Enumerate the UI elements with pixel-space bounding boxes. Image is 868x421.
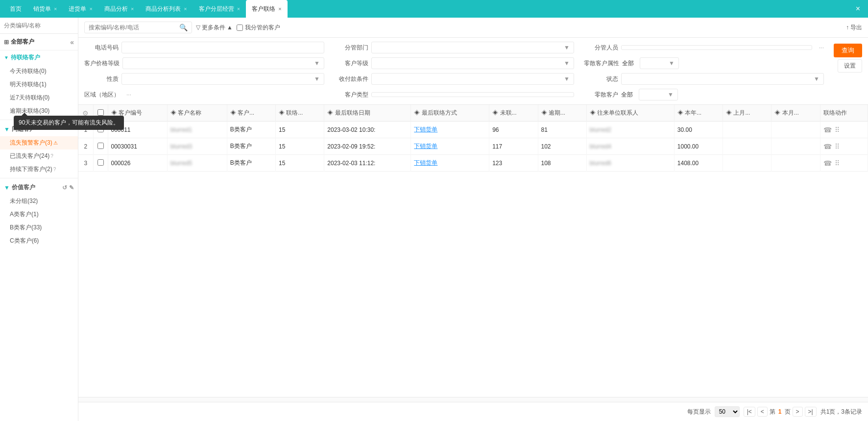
tab-customer-tier[interactable]: 客户分层经营 × (193, 0, 246, 18)
my-customers-checkbox[interactable]: 我分管的客户 (237, 24, 280, 32)
last-page-btn[interactable]: >| (805, 407, 817, 417)
row-contact-person: blurred4 (586, 138, 674, 155)
sidebar-item-churn-warning[interactable]: 流失预警客户(3) ⚠ (0, 136, 78, 149)
sidebar-item-class-b[interactable]: B类客户(33) (0, 221, 78, 234)
grid-icon: ⊞ (4, 39, 9, 46)
sidebar-item-churned[interactable]: 已流失客户(24) ? (0, 149, 78, 163)
row-type: B类客户 (227, 138, 275, 155)
chevron-down-icon2: ▼ (314, 60, 320, 67)
more-conditions-btn[interactable]: ▽ 更多条件 ▲ (196, 24, 233, 32)
horizontal-scrollbar[interactable] (78, 397, 868, 402)
sidebar-item-declining[interactable]: 持续下滑客户(2) ? (0, 163, 78, 176)
gear-icon[interactable]: ⚙ (82, 109, 89, 117)
contact-icon[interactable]: ☎ (823, 159, 832, 167)
my-customers-check[interactable] (237, 25, 243, 31)
contact-icon[interactable]: ☎ (823, 126, 832, 134)
filter-item-dept: 分管部门 ▼ (334, 42, 574, 53)
sidebar-item-week-pending[interactable]: 近7天待联络(0) (0, 91, 78, 104)
th-overdue: ◈ 逾期... (538, 105, 586, 122)
row-checkbox[interactable] (97, 126, 104, 132)
query-button[interactable]: 查询 (834, 44, 862, 57)
chevron-down-icon4: ▼ (669, 60, 675, 67)
filter-panel-outer: 电话号码 分管部门 ▼ 分管人员 (78, 38, 868, 105)
more-actions-icon[interactable]: ⠿ (835, 143, 840, 150)
filter-select-scatter-attr[interactable]: ▼ (640, 57, 679, 69)
row-num: 2 (78, 138, 93, 155)
tab-home[interactable]: 首页 (4, 0, 27, 18)
sidebar-item-class-a[interactable]: A类客户(1) (0, 208, 78, 221)
next-page-btn[interactable]: > (793, 407, 803, 417)
settings-button[interactable]: 设置 (838, 59, 862, 73)
last-method-link[interactable]: 下销货单 (414, 159, 437, 166)
filter-item-payment: 收付款条件 ▼ (334, 73, 574, 85)
contact-icon[interactable]: ☎ (823, 143, 832, 150)
table-footer: 每页显示 50 100 200 |< < 第 1 页 > >| 共1页，3条记录 (78, 402, 868, 421)
page-size-select[interactable]: 50 100 200 (715, 406, 740, 417)
row-last-date: 2023-02-09 19:52: (324, 138, 411, 155)
tab-purchase-close[interactable]: × (89, 6, 92, 12)
tab-customer-contact-close[interactable]: × (278, 6, 281, 12)
tab-customer-contact[interactable]: 客户联络 × (246, 0, 287, 18)
filter-select-status[interactable]: ▼ (621, 73, 824, 85)
sidebar-item-today-pending[interactable]: 今天待联络(0) (0, 65, 78, 78)
window-close-button[interactable]: × (852, 4, 864, 13)
more-actions-icon[interactable]: ⠿ (835, 159, 840, 167)
filter-dots-region[interactable]: ··· (126, 91, 131, 98)
search-input[interactable] (89, 24, 179, 31)
first-page-btn[interactable]: |< (744, 407, 755, 417)
refresh-icon[interactable]: ↺ (62, 184, 67, 191)
export-btn[interactable]: ↑ 导出 (846, 24, 862, 32)
more-actions-icon[interactable]: ⠿ (835, 126, 840, 134)
filter-select-customer-type[interactable] (371, 92, 574, 97)
filter-select-nature[interactable]: ▼ (121, 73, 324, 85)
tab-sales-close[interactable]: × (54, 6, 57, 12)
tab-product-analysis-list-close[interactable]: × (184, 6, 187, 12)
tab-purchase[interactable]: 进货单 × (63, 0, 98, 18)
sidebar-collapse-icon[interactable]: « (70, 38, 74, 46)
filter-label-dept: 分管部门 (334, 44, 368, 52)
tab-product-analysis[interactable]: 商品分析 × (98, 0, 140, 18)
filter-select-dept[interactable]: ▼ (371, 42, 574, 53)
edit-icon[interactable]: ✎ (69, 184, 74, 191)
sidebar-group-pending-contact[interactable]: ▼ 待联络客户 (0, 50, 78, 65)
sidebar-search-input[interactable] (4, 22, 77, 29)
filter-label-payment: 收付款条件 (334, 75, 368, 83)
tab-product-analysis-list[interactable]: 商品分析列表 × (140, 0, 193, 18)
tab-sales[interactable]: 销货单 × (27, 0, 63, 18)
row-check[interactable] (93, 138, 108, 155)
row-check[interactable] (93, 122, 108, 138)
row-last-method: 下销货单 (411, 155, 489, 172)
row-checkbox[interactable] (97, 143, 104, 149)
chevron-down-icon8: ▼ (668, 91, 674, 98)
filter-dots-manager[interactable]: ··· (819, 44, 824, 51)
row-contact-person: blurred2 (586, 122, 674, 138)
filter-select-manager[interactable] (621, 45, 812, 50)
row-check[interactable] (93, 155, 108, 172)
sidebar-item-tomorrow-pending[interactable]: 明天待联络(1) (0, 78, 78, 91)
filter-select-scatter[interactable]: ▼ (639, 89, 678, 100)
select-all-checkbox[interactable] (97, 109, 104, 116)
sidebar-item-overdue[interactable]: 逾期未联络(30) (0, 104, 78, 118)
th-check (93, 105, 108, 122)
row-checkbox[interactable] (97, 159, 104, 166)
arrow-down-icon: ▼ (4, 55, 9, 60)
sidebar-item-class-c[interactable]: C类客户(6) (0, 234, 78, 248)
th-uncontacted: ◈ 未联... (489, 105, 538, 122)
sidebar-item-ungrouped[interactable]: 未分组(32) (0, 195, 78, 208)
last-method-link[interactable]: 下销货单 (414, 143, 437, 149)
row-last-method: 下销货单 (411, 138, 489, 155)
last-method-link[interactable]: 下销货单 (414, 126, 437, 133)
filter-item-manager: 分管人员 ··· (584, 44, 824, 52)
chevron-down-icon: ▼ (564, 44, 570, 51)
filter-select-price-level[interactable]: ▼ (122, 57, 324, 69)
tab-customer-tier-close[interactable]: × (237, 6, 240, 12)
search-icon-btn[interactable]: 🔍 (179, 24, 188, 31)
filter-item-status: 状态 ▼ (584, 73, 824, 85)
prev-page-btn[interactable]: < (757, 407, 768, 417)
total-records: 共1页，3条记录 (820, 408, 862, 416)
tab-product-analysis-close[interactable]: × (131, 6, 134, 12)
filter-select-customer-grade[interactable]: ▼ (371, 57, 574, 69)
filter-select-payment[interactable]: ▼ (371, 73, 574, 85)
sidebar-all-customers[interactable]: ⊞ 全部客户 « (0, 34, 78, 50)
filter-input-phone[interactable] (121, 42, 324, 53)
